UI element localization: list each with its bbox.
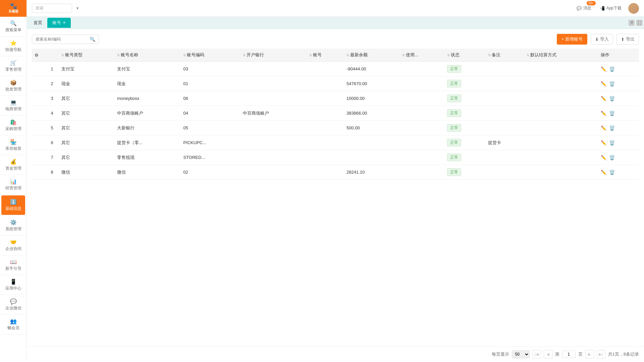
window-controls: ✕ ⛶: [629, 20, 642, 26]
row-type: 现金: [59, 76, 114, 91]
col-code[interactable]: ⇅账号编码: [180, 49, 240, 62]
next-page-button[interactable]: ▶: [585, 350, 594, 359]
sidebar-item-purchase[interactable]: 🛍️ 采购管理: [0, 116, 26, 135]
delete-button[interactable]: 🗑️: [609, 140, 615, 145]
page-size-label: 每页显示: [492, 351, 509, 357]
col-name[interactable]: ⇅账号名称: [114, 49, 180, 62]
tab-close-icon[interactable]: ✕: [63, 20, 66, 25]
app-download-button[interactable]: 📲 App下载: [600, 5, 622, 11]
sidebar-item-wechat[interactable]: 💬 企业微信: [0, 295, 26, 315]
delete-button[interactable]: 🗑️: [609, 170, 615, 175]
delete-button[interactable]: 🗑️: [609, 81, 615, 86]
sidebar-item-member[interactable]: 👥 畅会员: [0, 315, 26, 335]
page-size-select[interactable]: 50 100 200: [512, 350, 530, 358]
first-page-button[interactable]: |◀: [532, 350, 541, 359]
row-code: 05: [180, 121, 240, 135]
row-actions: ✏️ 🗑️: [598, 150, 639, 165]
row-bank: [240, 76, 306, 91]
delete-button[interactable]: 🗑️: [609, 125, 615, 131]
edit-button[interactable]: ✏️: [601, 111, 606, 116]
row-actions: ✏️ 🗑️: [598, 91, 639, 106]
tab-bar: 首页 账号 ✕ ✕ ⛶: [27, 17, 644, 29]
status-badge: 正常: [447, 109, 461, 117]
sidebar-item-label: 应用中心: [5, 286, 21, 291]
sidebar-item-operation[interactable]: 📊 经营管理: [0, 175, 26, 195]
edit-button[interactable]: ✏️: [601, 66, 606, 72]
user-avatar[interactable]: [628, 3, 639, 14]
table-row: 7 其它 零售抵现 STORED... 正常 ✏️ 🗑️: [32, 150, 639, 165]
delete-button[interactable]: 🗑️: [609, 155, 615, 160]
page-number-input[interactable]: [562, 351, 576, 358]
sidebar-item-retail[interactable]: 🛒 零售管理: [0, 56, 26, 76]
col-bank[interactable]: ⇅开户银行: [240, 49, 306, 62]
col-note[interactable]: ⇅备注: [485, 49, 524, 62]
main-area: 搜索 ▼ 💬 消息 99+ 📲 App下载 首页 账号 ✕ ✕: [27, 0, 644, 362]
edit-button[interactable]: ✏️: [601, 96, 606, 101]
dropdown-arrow-icon[interactable]: ▼: [75, 6, 79, 11]
sidebar-item-basic-info[interactable]: ℹ️ 基础信息: [1, 195, 25, 215]
edit-button[interactable]: ✏️: [601, 140, 606, 145]
search-box[interactable]: 🔍: [32, 35, 99, 44]
sidebar-item-wholesale[interactable]: 📦 批发管理: [0, 76, 26, 96]
last-page-button[interactable]: ▶|: [597, 350, 605, 359]
app-center-icon: 📱: [2, 279, 25, 285]
sidebar-item-ecommerce[interactable]: 💻 电商管理: [0, 96, 26, 116]
finance-icon: 💰: [2, 159, 25, 165]
row-index: 6: [45, 135, 59, 150]
col-type[interactable]: ⇅账号类型: [59, 49, 114, 62]
sidebar-item-guide[interactable]: 📖 新手引导: [0, 255, 26, 275]
col-usage[interactable]: ⇅使用...: [399, 49, 444, 62]
col-balance[interactable]: ⇅最新余额: [344, 49, 399, 62]
search-input[interactable]: [36, 37, 88, 42]
row-status: 正常: [444, 165, 485, 180]
prev-page-button[interactable]: ◀: [544, 350, 552, 359]
row-status: 正常: [444, 150, 485, 165]
row-index: 8: [45, 165, 59, 180]
window-minimize-button[interactable]: ✕: [629, 20, 635, 26]
sidebar-item-system[interactable]: ⚙️ 系统管理: [0, 216, 26, 236]
sidebar-item-label: 搜索菜单: [5, 27, 21, 32]
sidebar-item-finance[interactable]: 💰 资金管理: [0, 155, 26, 175]
col-settlement[interactable]: ⇅默认结算方式: [524, 49, 598, 62]
row-account: [307, 76, 344, 91]
col-status[interactable]: ⇅状态: [444, 49, 485, 62]
row-note: [485, 150, 524, 165]
row-status: 正常: [444, 62, 485, 76]
tab-home[interactable]: 首页: [29, 18, 47, 28]
col-type-label: 账号类型: [65, 52, 83, 57]
sidebar-item-search-menu[interactable]: 🔍 搜索菜单: [0, 17, 26, 37]
edit-button[interactable]: ✏️: [601, 170, 606, 175]
message-button[interactable]: 💬 消息 99+: [575, 4, 593, 13]
edit-button[interactable]: ✏️: [601, 125, 606, 131]
top-search-box[interactable]: 搜索: [32, 4, 72, 13]
sidebar-item-shortcut[interactable]: ⭐ 快捷导航: [0, 37, 26, 56]
sidebar-item-label: 新手引导: [5, 266, 21, 271]
window-maximize-button[interactable]: ⛶: [636, 20, 642, 26]
row-type: 其它: [59, 150, 114, 165]
edit-button[interactable]: ✏️: [601, 81, 606, 86]
row-settings: [32, 106, 45, 121]
row-code: 03: [180, 62, 240, 76]
col-settings[interactable]: ⚙: [32, 49, 45, 62]
delete-button[interactable]: 🗑️: [609, 111, 615, 116]
export-button[interactable]: ⬆ 导出: [616, 34, 639, 45]
sidebar-item-cooperation[interactable]: 🤝 企业协同: [0, 236, 26, 255]
sidebar-item-inventory[interactable]: 🏪 库存核算: [0, 135, 26, 155]
app-download-icon: 📲: [600, 6, 605, 11]
status-badge: 正常: [447, 80, 461, 87]
delete-button[interactable]: 🗑️: [609, 96, 615, 101]
sidebar-item-app-center[interactable]: 📱 应用中心: [0, 275, 26, 295]
accounts-table: ⚙ ⇅账号类型 ⇅账号名称 ⇅账号编码 ⇅开户银行 ⇅账号 ⇅最新余额 ⇅使用.…: [32, 49, 639, 180]
add-account-button[interactable]: + 新增账号: [557, 34, 587, 45]
tab-account[interactable]: 账号 ✕: [47, 18, 71, 28]
col-account[interactable]: ⇅账号: [307, 49, 344, 62]
action-icons: ✏️ 🗑️: [601, 96, 636, 101]
row-settlement: [524, 150, 598, 165]
row-settings: [32, 165, 45, 180]
row-account: [307, 135, 344, 150]
import-button[interactable]: ⬇ 导入: [591, 34, 613, 45]
tab-home-label: 首页: [34, 20, 42, 26]
delete-button[interactable]: 🗑️: [609, 66, 615, 72]
col-balance-label: 最新余额: [350, 52, 368, 57]
edit-button[interactable]: ✏️: [601, 155, 606, 160]
